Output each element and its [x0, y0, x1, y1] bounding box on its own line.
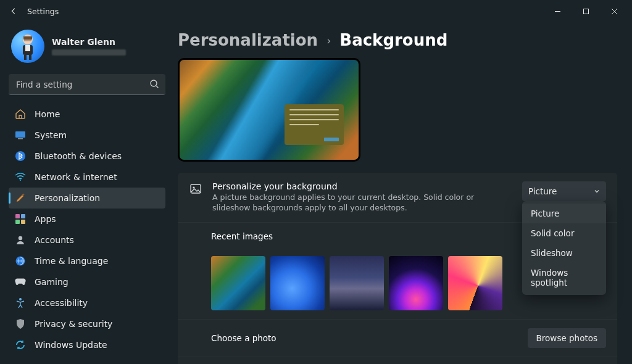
- chevron-right-icon: ›: [326, 34, 331, 47]
- browse-photos-button[interactable]: Browse photos: [528, 328, 606, 348]
- sidebar-item-update[interactable]: Windows Update: [9, 334, 165, 355]
- user-subtext-redacted: [52, 49, 126, 56]
- window-title: Settings: [27, 7, 59, 16]
- breadcrumb: Personalization › Background: [178, 31, 617, 49]
- minimize-icon: [554, 8, 561, 15]
- choose-photo-label: Choose a photo: [211, 333, 518, 343]
- recent-image-thumb[interactable]: [389, 256, 443, 310]
- svg-rect-16: [15, 220, 20, 224]
- svg-rect-0: [583, 9, 588, 14]
- svg-rect-10: [18, 138, 23, 139]
- sidebar-item-label: Bluetooth & devices: [35, 151, 122, 161]
- content-area: Personalization › Background Personalize…: [173, 22, 632, 364]
- sidebar-item-gaming[interactable]: Gaming: [9, 271, 165, 292]
- paintbrush-icon: [15, 192, 26, 204]
- system-icon: [15, 130, 26, 141]
- svg-point-18: [19, 236, 22, 240]
- svg-point-20: [19, 298, 22, 300]
- bluetooth-icon: [15, 151, 26, 162]
- background-type-menu: Picture Solid color Slideshow Windows sp…: [522, 201, 606, 295]
- close-icon: [611, 8, 618, 15]
- breadcrumb-current: Background: [339, 31, 447, 49]
- update-icon: [15, 339, 26, 350]
- clock-globe-icon: [15, 255, 26, 267]
- personalize-title: Personalize your background: [212, 181, 512, 191]
- recent-image-thumb[interactable]: [211, 256, 265, 310]
- menu-option-picture[interactable]: Picture: [522, 204, 606, 223]
- home-icon: [15, 109, 26, 120]
- sidebar-item-label: Apps: [35, 214, 56, 224]
- sidebar-item-apps[interactable]: Apps: [9, 209, 165, 230]
- svg-point-12: [20, 180, 21, 181]
- preview-dialog: [285, 104, 344, 145]
- sidebar-item-label: System: [35, 130, 67, 140]
- sidebar-item-home[interactable]: Home: [9, 104, 165, 125]
- recent-image-thumb[interactable]: [448, 256, 502, 310]
- svg-point-8: [151, 80, 157, 86]
- sidebar: Walter Glenn Home System Bluetooth & dev…: [0, 22, 173, 364]
- sidebar-item-label: Accounts: [35, 235, 74, 245]
- back-button[interactable]: [5, 2, 22, 20]
- sidebar-item-network[interactable]: Network & internet: [9, 167, 165, 188]
- row-choose-photo: Choose a photo Browse photos: [178, 319, 617, 357]
- menu-option-spotlight[interactable]: Windows spotlight: [522, 263, 606, 292]
- svg-rect-17: [21, 220, 25, 224]
- gamepad-icon: [15, 276, 26, 287]
- minimize-button[interactable]: [543, 0, 572, 22]
- wifi-icon: [15, 172, 26, 183]
- titlebar: Settings: [0, 0, 632, 22]
- menu-option-slideshow[interactable]: Slideshow: [522, 243, 606, 263]
- svg-rect-3: [24, 39, 31, 41]
- profile[interactable]: Walter Glenn: [11, 30, 165, 63]
- svg-rect-6: [24, 55, 27, 60]
- breadcrumb-parent[interactable]: Personalization: [178, 31, 318, 49]
- close-button[interactable]: [600, 0, 628, 22]
- svg-rect-21: [191, 184, 201, 193]
- sidebar-item-label: Time & language: [35, 256, 108, 266]
- svg-rect-14: [15, 214, 20, 218]
- sidebar-item-label: Home: [35, 109, 60, 119]
- shield-icon: [15, 318, 26, 329]
- sidebar-item-label: Windows Update: [35, 340, 107, 350]
- sidebar-item-accessibility[interactable]: Accessibility: [9, 292, 165, 313]
- search-box[interactable]: [9, 74, 165, 95]
- sidebar-item-privacy[interactable]: Privacy & security: [9, 313, 165, 334]
- sidebar-item-label: Accessibility: [35, 298, 88, 308]
- accessibility-icon: [15, 297, 26, 308]
- recent-images-label: Recent images: [211, 231, 273, 241]
- svg-point-22: [193, 186, 194, 188]
- background-type-dropdown[interactable]: Picture: [522, 181, 606, 201]
- maximize-icon: [583, 8, 589, 15]
- recent-image-thumb[interactable]: [270, 256, 325, 310]
- recent-image-thumb[interactable]: [330, 256, 384, 310]
- desktop-preview: [178, 58, 360, 162]
- maximize-button[interactable]: [572, 0, 600, 22]
- dropdown-selected: Picture: [528, 186, 557, 196]
- person-icon: [15, 234, 26, 246]
- user-name: Walter Glenn: [52, 37, 126, 47]
- sidebar-item-personalization[interactable]: Personalization: [9, 188, 165, 209]
- sidebar-item-label: Network & internet: [35, 172, 117, 182]
- row-personalize-background: Personalize your background A picture ba…: [178, 173, 617, 222]
- settings-panel: Personalize your background A picture ba…: [178, 173, 617, 364]
- arrow-left-icon: [9, 7, 18, 15]
- personalize-description: A picture background applies to your cur…: [212, 192, 512, 213]
- sidebar-item-label: Personalization: [35, 193, 100, 203]
- nav-list: Home System Bluetooth & devices Network …: [9, 104, 165, 355]
- apps-icon: [15, 213, 26, 225]
- search-icon: [149, 79, 159, 89]
- sidebar-item-system[interactable]: System: [9, 125, 165, 146]
- sidebar-item-accounts[interactable]: Accounts: [9, 230, 165, 250]
- sidebar-item-bluetooth[interactable]: Bluetooth & devices: [9, 146, 165, 167]
- recent-images-thumbs: [211, 256, 502, 310]
- svg-rect-5: [25, 45, 30, 51]
- row-choose-fit: Choose a fit for your desktop image Fill: [178, 357, 617, 364]
- svg-rect-9: [15, 131, 25, 138]
- menu-option-solid-color[interactable]: Solid color: [522, 223, 606, 243]
- sidebar-item-label: Privacy & security: [35, 319, 112, 329]
- sidebar-item-time[interactable]: Time & language: [9, 250, 165, 271]
- avatar-figure-icon: [17, 33, 39, 60]
- search-input[interactable]: [9, 74, 165, 95]
- chevron-down-icon: [594, 188, 600, 194]
- sidebar-item-label: Gaming: [35, 277, 69, 287]
